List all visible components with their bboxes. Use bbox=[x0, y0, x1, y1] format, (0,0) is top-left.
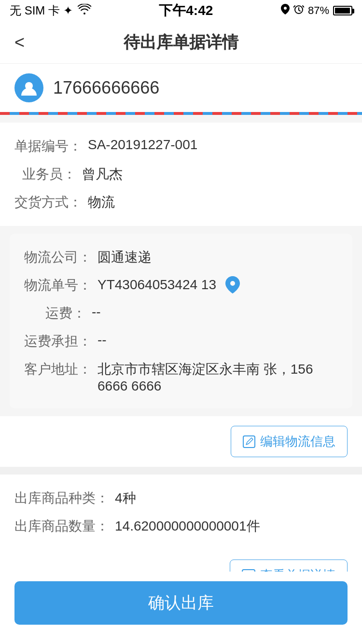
logistics-card: 物流公司： 圆通速递 物流单号： YT43064053424 13 运费： --… bbox=[10, 234, 352, 408]
dashed-divider bbox=[0, 112, 362, 115]
goods-quantity-label: 出库商品数量： bbox=[14, 517, 115, 535]
logistics-freight-bearer-label: 运费承担： bbox=[24, 332, 97, 350]
goods-types-label: 出库商品种类： bbox=[14, 489, 115, 507]
user-phone: 17666666666 bbox=[53, 78, 159, 98]
edit-logistics-button[interactable]: 编辑物流信息 bbox=[231, 426, 348, 457]
edit-btn-row: 编辑物流信息 bbox=[0, 416, 362, 467]
edit-icon bbox=[243, 435, 255, 448]
logistics-company-value: 圆通速递 bbox=[97, 248, 338, 266]
logistics-freight-bearer-row: 运费承担： -- bbox=[24, 332, 338, 350]
logistics-freight-bearer-value: -- bbox=[97, 332, 338, 348]
status-right: 87% bbox=[281, 4, 352, 17]
document-number-value: SA-20191227-001 bbox=[88, 137, 348, 153]
staff-label: 业务员： bbox=[14, 165, 82, 183]
battery-icon bbox=[333, 6, 352, 15]
goods-types-row: 出库商品种类： 4种 bbox=[14, 489, 348, 507]
status-left: 无 SIM 卡 ✦ bbox=[10, 3, 91, 18]
goods-section: 出库商品种类： 4种 出库商品数量： 14.620000000000001件 bbox=[0, 475, 362, 550]
logistics-address-row: 客户地址： 北京市市辖区海淀区永丰南 张，156 6666 6666 bbox=[24, 360, 338, 394]
delivery-row: 交货方式： 物流 bbox=[14, 193, 348, 211]
sim-text: 无 SIM 卡 ✦ bbox=[10, 3, 73, 18]
logistics-tracking-value: YT43064053424 13 bbox=[97, 276, 338, 294]
tracking-location-icon[interactable] bbox=[224, 276, 241, 294]
confirm-outbound-button[interactable]: 确认出库 bbox=[14, 581, 348, 625]
user-header: 17666666666 bbox=[0, 64, 362, 112]
alarm-icon bbox=[293, 4, 304, 17]
page-title: 待出库单据详情 bbox=[124, 31, 238, 54]
status-bar: 无 SIM 卡 ✦ 下午4:42 87% bbox=[0, 0, 362, 21]
staff-row: 业务员： 曾凡杰 bbox=[14, 165, 348, 183]
logistics-tracking-row: 物流单号： YT43064053424 13 bbox=[24, 276, 338, 294]
logistics-freight-label: 运费： bbox=[24, 304, 92, 322]
logistics-address-label: 客户地址： bbox=[24, 360, 97, 378]
delivery-label: 交货方式： bbox=[14, 193, 88, 211]
confirm-btn-container: 确认出库 bbox=[0, 572, 362, 644]
logistics-tracking-label: 物流单号： bbox=[24, 276, 97, 294]
document-info-section: 单据编号： SA-20191227-001 业务员： 曾凡杰 交货方式： 物流 bbox=[0, 123, 362, 226]
battery-percentage: 87% bbox=[308, 4, 329, 17]
location-status-icon bbox=[281, 4, 290, 17]
svg-rect-2 bbox=[243, 436, 255, 448]
logistics-freight-row: 运费： -- bbox=[24, 304, 338, 322]
status-time: 下午4:42 bbox=[159, 1, 213, 20]
user-avatar bbox=[14, 73, 43, 102]
logistics-company-label: 物流公司： bbox=[24, 248, 97, 266]
back-button[interactable]: < bbox=[14, 32, 25, 53]
goods-types-value: 4种 bbox=[115, 489, 348, 507]
goods-quantity-row: 出库商品数量： 14.620000000000001件 bbox=[14, 517, 348, 535]
document-number-label: 单据编号： bbox=[14, 137, 88, 155]
section-separator bbox=[0, 467, 362, 475]
staff-value: 曾凡杰 bbox=[82, 165, 348, 183]
goods-quantity-value: 14.620000000000001件 bbox=[115, 517, 348, 535]
wifi-icon bbox=[78, 4, 91, 17]
delivery-value: 物流 bbox=[88, 193, 348, 211]
logistics-address-value: 北京市市辖区海淀区永丰南 张，156 6666 6666 bbox=[97, 360, 338, 394]
logistics-freight-value: -- bbox=[92, 304, 338, 320]
nav-bar: < 待出库单据详情 bbox=[0, 21, 362, 64]
logistics-company-row: 物流公司： 圆通速递 bbox=[24, 248, 338, 266]
document-number-row: 单据编号： SA-20191227-001 bbox=[14, 137, 348, 155]
